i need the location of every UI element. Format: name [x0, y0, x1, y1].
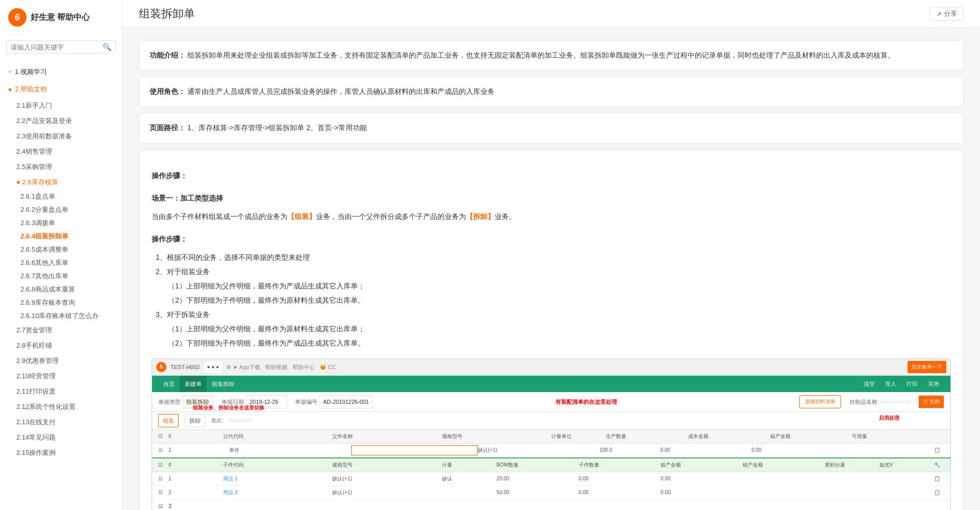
- step-3: 3、对于拆装业务: [156, 307, 951, 322]
- mock-nav-import[interactable]: 导入: [880, 376, 901, 392]
- path-label: 页面路径：: [150, 124, 185, 132]
- sidebar: 6 好生意 帮助中心 🔍 + 1.视频学习 ● 2.帮助文档 2.1新手入门 2…: [0, 0, 122, 510]
- sidebar-item-transfer[interactable]: 2.6.3调拨单: [0, 216, 122, 230]
- logo-icon: 6: [8, 8, 27, 27]
- mock-nav-icons: ⚙ ★ App下载 帮助视频 帮助中心 🐱 CC: [226, 361, 336, 373]
- intro-block: 功能介绍： 组装拆卸单用来处理企业组装或拆卸等加工业务，支持有固定装配清单的产品…: [139, 40, 964, 70]
- sidebar-item-costrecalc[interactable]: 2.6.8商品成本重算: [0, 283, 122, 296]
- steps-block: 操作步骤： 场景一：加工类型选择 当由多个子件材料组装成一个成品的业务为【组装】…: [139, 150, 964, 510]
- sidebar-label-videos: 1.视频学习: [15, 67, 47, 77]
- sidebar-item-docs[interactable]: ● 2.帮助文档: [0, 81, 122, 98]
- share-icon: ↗: [936, 10, 942, 18]
- expand-icon: +: [8, 68, 12, 76]
- step-2-1: （1）上部明细为父件明细，最终作为产成品生成其它入库单；: [168, 279, 951, 293]
- logo-area: 6 好生意 帮助中心: [0, 0, 122, 35]
- mock-top-table-row: ☑ 1 来件 缺认(+1) 100.0 0.00 0.00 📋: [152, 444, 950, 457]
- collapse-icon: ●: [8, 86, 12, 93]
- nav-list: + 1.视频学习 ● 2.帮助文档 2.1新手入门 2.2产品安装及登录 2.3…: [0, 59, 122, 465]
- page-title: 组装拆卸单: [139, 6, 195, 21]
- mock-nav-print[interactable]: 打印: [901, 376, 923, 392]
- step-3-1: （1）上部明细为父件明细，最终作为原材料生成其它出库单；: [168, 322, 951, 336]
- ops-steps-sub: 操作步骤：: [152, 232, 951, 246]
- sidebar-item-videos[interactable]: + 1.视频学习: [0, 63, 122, 81]
- path-block: 页面路径： 1、库存核算->库存管理->组装拆卸单 2、首页->常用功能: [139, 113, 964, 143]
- sidebar-item-ledgererr[interactable]: 2.6.10库存账本错了怎么办: [0, 309, 122, 323]
- sidebar-item-faq[interactable]: 2.14常见问题: [0, 430, 122, 445]
- sidebar-item-inventory[interactable]: ● 2.6库存核算: [0, 175, 122, 190]
- step-list: 1、根据不同的业务，选择不同单据的类型来处理 2、对于组装业务 （1）上部明细为…: [156, 250, 951, 350]
- mock-titlebar-left: 6 TEST-H002 ● ● ● ⚙ ★ App下载 帮助视频 帮助中心 🐱 …: [156, 361, 336, 373]
- mock-sub-row-2: ☑ 2 周品 2 缺认(+1) 50.00 0.00 0.00 📋: [152, 486, 950, 500]
- screenshot-mock: 6 TEST-H002 ● ● ● ⚙ ★ App下载 帮助视频 帮助中心 🐱 …: [152, 358, 951, 510]
- mock-nav-assembly-type[interactable]: 组装拆卸: [207, 376, 239, 392]
- mock-assembly-btn[interactable]: 组装: [158, 414, 179, 427]
- mock-field-no: 单据编号 AD-20191226-001: [295, 395, 373, 408]
- search-icon[interactable]: 🔍: [103, 43, 111, 51]
- mock-assembly-row: 组装 拆卸 批次: 组装业务、拆卸业务在这里切换 启用处理: [152, 412, 950, 430]
- mock-annotation-middle: 组装业务、拆卸业务在这里切换: [193, 403, 264, 413]
- logo-text: 好生意 帮助中心: [31, 12, 90, 23]
- mock-sub-row-1: ☑ 1 周品 1 缺认(+1) 缺认 20.00 0.00 0.00 📋: [152, 472, 950, 486]
- intro-label: 功能介绍：: [150, 51, 185, 59]
- sidebar-label-docs: 2.帮助文档: [15, 85, 47, 94]
- sidebar-item-sales[interactable]: 2.4销售管理: [0, 144, 122, 159]
- mock-sub-row-3: ☑3: [152, 500, 950, 510]
- mock-disassembly-btn[interactable]: 拆卸: [185, 414, 205, 427]
- mock-annotation-right: 启用处理: [879, 413, 899, 423]
- content-area: 功能介绍： 组装拆卸单用来处理企业组装或拆卸等加工业务，支持有固定装配清单的产品…: [122, 28, 980, 510]
- mock-bom-btn[interactable]: 选择的料清单: [799, 395, 841, 408]
- step-2-subs: （1）上部明细为父件明细，最终作为产成品生成其它入库单； （2）下部明细为子件明…: [168, 279, 951, 307]
- step-2-2: （2）下部明细为子件明细，最终作为原材料生成其它出库单。: [168, 293, 951, 307]
- mock-field-extra: 自制品名称: [849, 396, 910, 407]
- step-2: 2、对于组装业务: [156, 264, 951, 279]
- mock-top-table-header: ☑ # 父代代码 父件名称 规格型号 计量单位 生产数量 成本金额 核产金额 可…: [152, 430, 950, 444]
- main-panel: 组装拆卸单 ↗ 分享 功能介绍： 组装拆卸单用来处理企业组装或拆卸等加工业务，支…: [122, 0, 980, 510]
- step-1: 1、根据不同的业务，选择不同单据的类型来处理: [156, 250, 951, 264]
- mock-nav-bar: 自贡 新建单 组装拆卸 清空 导入 打印 关闭: [152, 376, 950, 392]
- sidebar-item-customize[interactable]: 2.12系统个性化设置: [0, 399, 122, 415]
- sidebar-item-install[interactable]: 2.2产品安装及登录: [0, 113, 122, 129]
- sidebar-item-instock[interactable]: 2.6.6其他入库单: [0, 256, 122, 270]
- mock-nav-newdoc[interactable]: 新建单: [180, 376, 207, 392]
- sidebar-item-coupon[interactable]: 2.9优惠券管理: [0, 353, 122, 369]
- sidebar-item-payment[interactable]: 2.13在线支付: [0, 415, 122, 430]
- mock-annotation-top: 有装配清单的在这里处理: [381, 396, 791, 407]
- mock-orange-tab: 历史账单一下: [908, 361, 946, 373]
- mock-nav-zg[interactable]: 自贡: [158, 376, 180, 392]
- intro-text: 组装拆卸单用来处理企业组装或拆卸等加工业务，支持有固定装配清单的产品加工业务，也…: [187, 51, 895, 59]
- sidebar-item-mobile[interactable]: 2.8手机旺铺: [0, 338, 122, 353]
- scene-desc: 当由多个子件材料组装成一个成品的业务为【组装】业务，当由一个父件拆分成多个子产品…: [152, 209, 951, 224]
- mock-sub-table-header: ☑ # 子件代码 规格型号 计量 BOM数量 子件数量 核产金额 核产金额 累积…: [152, 457, 950, 472]
- sidebar-item-purchase[interactable]: 2.5采购管理: [0, 159, 122, 175]
- path-text: 1、库存核算->库存管理->组装拆卸单 2、首页->常用功能: [187, 124, 367, 132]
- mock-nav-clear[interactable]: 清空: [859, 376, 880, 392]
- sidebar-item-stockcheck[interactable]: 2.6.1盘点单: [0, 190, 122, 203]
- sidebar-item-assembly[interactable]: 2.6.4组装拆卸单: [0, 230, 122, 243]
- header: 组装拆卸单 ↗ 分享: [122, 0, 980, 28]
- mock-save-btn[interactable]: 立 实到: [918, 395, 944, 408]
- role-block: 使用角色： 通常由生产人员或库管人员完成拆装业务的操作，库管人员确认原材料的出库…: [139, 77, 964, 107]
- ops-title: 操作步骤：: [152, 168, 951, 183]
- mock-title-text: TEST-H002: [170, 361, 200, 373]
- sidebar-item-mgmt[interactable]: 2.10经营管理: [0, 369, 122, 384]
- sidebar-item-stockcheck2[interactable]: 2.6.2分量盘点单: [0, 203, 122, 216]
- sidebar-item-dataprep[interactable]: 2.3使用前数据准备: [0, 129, 122, 144]
- search-input[interactable]: [11, 43, 103, 51]
- mock-nav-close[interactable]: 关闭: [923, 376, 944, 392]
- step-3-2: （2）下部明细为子件明细，最终作为产成品生成其它入库单。: [168, 336, 951, 350]
- scene-title: 场景一：加工类型选择: [152, 191, 951, 205]
- mock-logo: 6: [156, 362, 166, 372]
- mock-form-toolbar: 单据类型 组装拆卸 单据日期 2019-12-26 单据编号 AD-201912…: [152, 392, 950, 412]
- step-3-subs: （1）上部明细为父件明细，最终作为原材料生成其它出库单； （2）下部明细为子件明…: [168, 322, 951, 350]
- share-button[interactable]: ↗ 分享: [929, 7, 964, 21]
- mock-url-bar: ● ● ●: [204, 361, 222, 373]
- sidebar-item-ledger[interactable]: 2.6.9库存账本查询: [0, 296, 122, 309]
- sidebar-item-newuser[interactable]: 2.1新手入门: [0, 98, 122, 113]
- sidebar-item-costadjust[interactable]: 2.6.5成本调整单: [0, 243, 122, 256]
- sidebar-item-outstock[interactable]: 2.6.7其他出库单: [0, 270, 122, 283]
- sidebar-item-finance[interactable]: 2.7资金管理: [0, 323, 122, 338]
- sidebar-item-print[interactable]: 2.11打印设置: [0, 384, 122, 399]
- mock-titlebar: 6 TEST-H002 ● ● ● ⚙ ★ App下载 帮助视频 帮助中心 🐱 …: [152, 359, 950, 376]
- sidebar-item-cases[interactable]: 2.15操作案例: [0, 445, 122, 460]
- role-label: 使用角色：: [150, 87, 185, 95]
